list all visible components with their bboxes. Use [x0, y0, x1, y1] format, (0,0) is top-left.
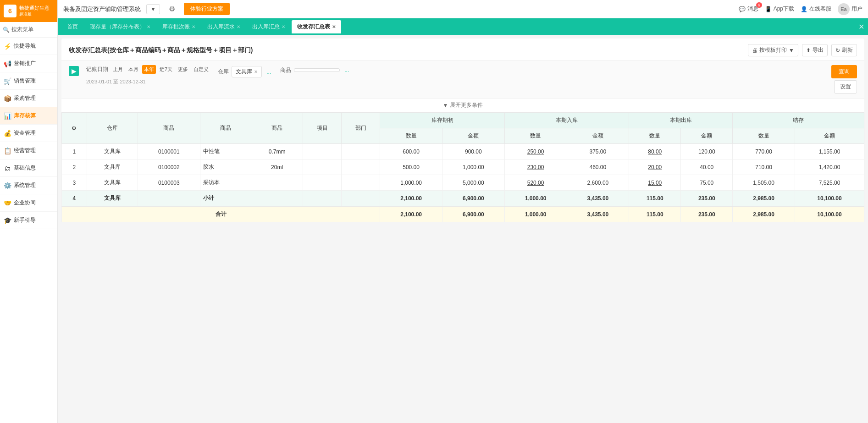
filter-settings-button[interactable]: 设置 — [834, 80, 857, 93]
page-header: 收发存汇总表(按仓库＋商品编码＋商品＋规格型号＋项目＋部门) 🖨 按模板打印 ▼… — [61, 38, 864, 60]
warehouse-tag-close[interactable]: ✕ — [254, 69, 258, 74]
tab-close-inventory-dist[interactable]: ✕ — [147, 24, 150, 29]
th-in-qty: 数量 — [504, 128, 567, 144]
table-row: 1 文具库 0100001 中性笔 0.7mm 600.00 900.00 25… — [62, 144, 864, 159]
sidebar-item-sales[interactable]: 🛒 销售管理 — [0, 72, 57, 90]
cell-out-qty[interactable]: 80.00 — [629, 144, 681, 159]
cell-bal-amt: 10,100.00 — [795, 191, 864, 207]
app-brand: 畅捷通好生意 标准版 — [19, 5, 50, 17]
system-icon: ⚙️ — [4, 182, 11, 189]
service-icon: 👤 — [801, 6, 807, 12]
th-out-amt: 金额 — [681, 128, 733, 144]
expand-more-button[interactable]: ▼ 展开更多条件 — [443, 101, 483, 109]
cell-open-amt: 6,900.00 — [442, 191, 505, 207]
message-button[interactable]: 💬 消息 6 — [739, 5, 758, 13]
cell-warehouse: 文具库 — [87, 159, 138, 175]
experience-button[interactable]: 体验行业方案 — [184, 3, 230, 15]
sidebar-item-inventory[interactable]: 📊 库存核算 — [0, 107, 57, 125]
cell-in-qty[interactable]: 520.00 — [504, 175, 567, 191]
sidebar-item-purchase[interactable]: 📦 采购管理 — [0, 90, 57, 107]
cell-dept — [342, 191, 380, 207]
date-btn-this-year[interactable]: 本年 — [142, 65, 156, 74]
settings-gear-icon[interactable]: ⚙ — [166, 3, 178, 16]
online-service-button[interactable]: 👤 在线客服 — [801, 5, 831, 13]
tab-home[interactable]: 首页 — [61, 20, 83, 33]
user-menu[interactable]: Ea 用户 — [838, 3, 862, 15]
cell-in-qty[interactable]: 250.00 — [504, 144, 567, 159]
refresh-icon: ↻ — [835, 47, 840, 54]
th-open-amt: 金额 — [442, 128, 505, 144]
tab-inout-flow[interactable]: 出入库流水 ✕ — [202, 20, 246, 33]
date-btn-more[interactable]: 更多 — [176, 65, 190, 74]
cell-out-amt: 40.00 — [681, 159, 733, 175]
goods-more-button[interactable]: ... — [343, 66, 351, 74]
tab-close-batch[interactable]: ✕ — [192, 24, 195, 29]
topbar-right: 💬 消息 6 📱 App下载 👤 在线客服 Ea 用户 — [739, 3, 862, 15]
table-row: 3 文具库 0100003 采访本 1,000.00 5,000.00 520.… — [62, 175, 864, 191]
query-section: 查询 设置 — [831, 65, 857, 93]
cell-open-qty: 500.00 — [380, 159, 442, 175]
footer-out-amt: 235.00 — [681, 206, 733, 222]
date-btn-7days[interactable]: 近7天 — [158, 65, 174, 74]
message-icon: 💬 — [739, 6, 746, 12]
sidebar-logo: 6 畅捷通好生意 标准版 — [0, 0, 57, 22]
page-title: 收发存汇总表(按仓库＋商品编码＋商品＋规格型号＋项目＋部门) — [69, 46, 253, 55]
tab-batch[interactable]: 库存批次账 ✕ — [157, 20, 201, 33]
cell-warehouse: 文具库 — [87, 191, 138, 207]
cell-bal-amt: 1,155.00 — [795, 144, 864, 159]
th-out-qty: 数量 — [629, 128, 681, 144]
app-download-button[interactable]: 📱 App下载 — [765, 5, 794, 13]
export-button[interactable]: ⬆ 导出 — [802, 44, 828, 56]
cell-goods-spec: 20ml — [251, 159, 303, 175]
tab-inout-summary[interactable]: 出入库汇总 ✕ — [247, 20, 291, 33]
sidebar: 6 畅捷通好生意 标准版 🔍 搜索菜单 ⚡ 快捷导航 📢 营销推广 🛒 销售管理… — [0, 0, 58, 423]
tab-recv-send[interactable]: 收发存汇总表 ✕ — [292, 20, 341, 33]
sidebar-item-enterprise[interactable]: 🤝 企业协同 — [0, 194, 57, 212]
cell-out-qty[interactable]: 15.00 — [629, 175, 681, 191]
sidebar-item-finance[interactable]: 💰 资金管理 — [0, 125, 57, 142]
print-button[interactable]: 🖨 按模板打印 ▼ — [748, 44, 798, 56]
sidebar-search[interactable]: 🔍 搜索菜单 — [0, 22, 57, 38]
sidebar-item-quick-nav[interactable]: ⚡ 快捷导航 — [0, 38, 57, 55]
goods-filter-input[interactable] — [294, 68, 340, 72]
date-btn-last-month[interactable]: 上月 — [111, 65, 125, 74]
th-in-amt: 金额 — [567, 128, 629, 144]
cell-goods-name: 采访本 — [200, 175, 251, 191]
sidebar-item-guide[interactable]: 🎓 新手引导 — [0, 212, 57, 229]
tab-close-recv-send[interactable]: ✕ — [332, 24, 336, 29]
date-btn-this-month[interactable]: 本月 — [127, 65, 140, 74]
th-opening: 库存期初 — [380, 113, 505, 128]
refresh-button[interactable]: ↻ 刷新 — [831, 44, 857, 56]
date-range-display: 2023-01-01 至 2023-12-31 — [86, 78, 146, 85]
enterprise-icon: 🤝 — [4, 199, 11, 207]
sidebar-item-system[interactable]: ⚙️ 系统管理 — [0, 177, 57, 194]
tab-close-inout-summary[interactable]: ✕ — [282, 24, 285, 29]
page-header-actions: 🖨 按模板打印 ▼ ⬆ 导出 ↻ 刷新 — [748, 44, 857, 56]
basic-icon: 🗂 — [4, 165, 11, 172]
date-filter-label: 记账日期 — [86, 66, 108, 73]
cell-in-qty[interactable]: 230.00 — [504, 159, 567, 175]
tab-inventory-dist[interactable]: 现存量（库存分布表） ✕ — [84, 20, 156, 33]
date-filter-options: 上月 本月 本年 近7天 更多 自定义 — [111, 65, 210, 74]
query-button[interactable]: 查询 — [831, 65, 857, 78]
cell-open-qty: 1,000.00 — [380, 175, 442, 191]
date-btn-custom[interactable]: 自定义 — [192, 65, 210, 74]
cell-open-amt: 900.00 — [442, 144, 505, 159]
system-name: 装备及固定资产辅助管理系统 — [63, 5, 141, 13]
tab-close-inout-flow[interactable]: ✕ — [237, 24, 240, 29]
th-dept: 部门 — [342, 113, 380, 144]
cell-bal-amt: 7,525.00 — [795, 175, 864, 191]
sidebar-item-business[interactable]: 📋 经营管理 — [0, 142, 57, 159]
filter-expand-button[interactable]: ▶ — [69, 66, 79, 76]
sidebar-item-basic[interactable]: 🗂 基础信息 — [0, 159, 57, 177]
cell-out-qty[interactable]: 20.00 — [629, 159, 681, 175]
th-settings[interactable]: ⚙ — [62, 113, 87, 144]
cell-no: 1 — [62, 144, 87, 159]
print-dropdown-icon: ▼ — [789, 47, 794, 54]
th-project: 项目 — [303, 113, 342, 144]
cell-warehouse: 文具库 — [87, 144, 138, 159]
tabs-close-all-button[interactable]: ✕ — [858, 22, 864, 31]
sidebar-item-marketing[interactable]: 📢 营销推广 — [0, 55, 57, 72]
warehouse-more-button[interactable]: ... — [265, 68, 273, 76]
system-dropdown[interactable]: ▼ — [146, 4, 160, 14]
